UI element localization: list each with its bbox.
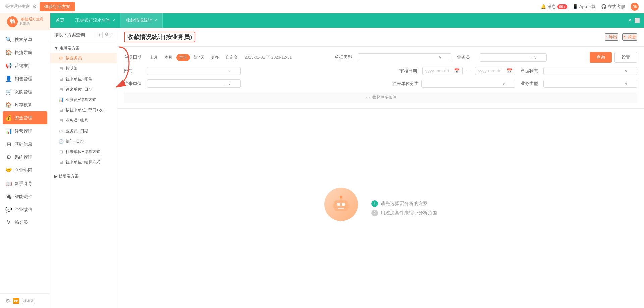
- scheme-settings-icon[interactable]: ⚙: [105, 32, 109, 38]
- scheme-item-dept-date[interactable]: 🕐 部门+日期: [50, 136, 117, 147]
- sidebar-item-system[interactable]: ⚙ 系统管理: [0, 151, 50, 164]
- tab-bank-flow-close[interactable]: ×: [112, 18, 115, 23]
- scheme-item-partner-settle1[interactable]: ⊞ 往来单位+结算方式: [50, 147, 117, 157]
- sidebar-item-label: 营销推广: [15, 63, 32, 69]
- tab-home[interactable]: 首页: [50, 13, 70, 28]
- inventory-icon: 🏠: [5, 102, 12, 108]
- sidebar: 畅 畅捷通好生意 标准版 🔍 搜索菜单 🏠 快捷导航 📢 营销推广 👤: [0, 13, 50, 308]
- app-download-button[interactable]: 📱 App下载: [573, 4, 596, 10]
- window-close-icon[interactable]: ×: [628, 17, 632, 24]
- sidebar-item-hardware[interactable]: 🔌 智能硬件: [0, 190, 50, 203]
- scheme-item-label: 按往来单位+部门+收...: [66, 107, 106, 113]
- messages-badge: 99+: [557, 4, 567, 9]
- calendar-icon-end[interactable]: 📅: [507, 68, 512, 73]
- sidebar-item-operation[interactable]: 📊 经营管理: [0, 124, 50, 138]
- sidebar-item-member[interactable]: V 畅会员: [0, 216, 50, 229]
- empty-tip-1: 1 请先选择要分析的方案: [371, 200, 437, 207]
- sidebar-item-basic[interactable]: ⊟ 基础信息: [0, 138, 50, 151]
- sidebar-item-sales[interactable]: 👤 销售管理: [0, 72, 50, 85]
- scheme-item-partner-dept[interactable]: ⊟ 按往来单位+部门+收...: [50, 105, 117, 115]
- tip-text-2: 用过滤条件来缩小分析范围: [381, 210, 437, 216]
- bell-icon: 🔔: [541, 4, 546, 9]
- sidebar-item-purchase[interactable]: 🛒 采购管理: [0, 85, 50, 98]
- date-tab-last-month[interactable]: 上月: [147, 54, 160, 61]
- review-date-end[interactable]: yyyy-mm-dd 📅: [475, 67, 515, 75]
- online-service-button[interactable]: 🎧 在线客服: [601, 4, 625, 10]
- tab-receipt-stats[interactable]: 收款情况统计 ×: [121, 13, 163, 28]
- doc-type-select[interactable]: ∨: [358, 53, 451, 61]
- more-icon[interactable]: ···: [529, 55, 533, 60]
- sidebar-item-guide[interactable]: 📖 新手引导: [0, 177, 50, 190]
- doc-type-chevron: ∨: [439, 55, 442, 60]
- home-icon: 🏠: [5, 49, 12, 56]
- scheme-item-partner-date[interactable]: ⊟ 往来单位+日期: [50, 84, 117, 95]
- tab-receipt-stats-close[interactable]: ×: [154, 18, 157, 23]
- sidebar-item-finance[interactable]: 💰 资金管理: [3, 111, 47, 124]
- sidebar-item-inventory[interactable]: 🏠 库存核算: [0, 98, 50, 111]
- scheme-item-sales-settle[interactable]: 📊 业务员+结算方式: [50, 95, 117, 105]
- date-tab-more[interactable]: 更多: [208, 54, 222, 61]
- refresh-button[interactable]: ↻ 刷新: [622, 33, 637, 41]
- left-panel-title: 按以下方案查询: [54, 32, 85, 38]
- salesperson-select[interactable]: ··· ∨: [480, 53, 547, 62]
- dept-chevron: ∨: [228, 69, 231, 73]
- biz-type-select[interactable]: ∨: [543, 80, 637, 88]
- window-maximize-icon[interactable]: ⬜: [634, 18, 640, 23]
- collapse-bar[interactable]: ∧∧ 收起更多条件: [124, 92, 637, 103]
- scheme-item-partner-settle2[interactable]: ⊟ 往来单位+结算方式: [50, 157, 117, 167]
- scheme-item-label: 往来单位+结算方式: [66, 149, 100, 155]
- doc-status-chevron: ∨: [625, 69, 628, 73]
- tab-bank-flow[interactable]: 现金银行流水查询 ×: [70, 13, 121, 28]
- sidebar-nav: 🔍 搜索菜单 🏠 快捷导航 📢 营销推广 👤 销售管理 🛒 采购管理 🏠: [0, 30, 50, 293]
- settings-gear-icon[interactable]: ⚙: [32, 3, 37, 10]
- calendar-icon-start[interactable]: 📅: [454, 68, 460, 73]
- collapse-icon: ∧∧: [365, 95, 371, 100]
- sidebar-logo: 畅 畅捷通好生意 标准版: [0, 13, 50, 30]
- date-tab-this-year[interactable]: 本年: [176, 54, 190, 61]
- scheme-item-salesperson[interactable]: ⚙ 按业务员: [50, 53, 117, 63]
- scheme-group-desktop-content: ⚙ 按业务员 ⊞ 按明细 ⊟ 往来单位+账号 ⊟: [50, 53, 117, 167]
- scheme-item-detail[interactable]: ⊞ 按明细: [50, 63, 117, 74]
- scheme-group-desktop[interactable]: ▼ 电脑端方案: [50, 43, 117, 53]
- sidebar-item-search[interactable]: 🔍 搜索菜单: [0, 33, 50, 46]
- trial-button[interactable]: 体验行业方案: [40, 2, 75, 11]
- scheme-item-sales-date[interactable]: ⚙ 业务员+日期: [50, 126, 117, 136]
- partner-more-icon[interactable]: ···: [223, 81, 227, 86]
- sidebar-item-marketing[interactable]: 📢 营销推广: [0, 59, 50, 72]
- date-tab-this-month[interactable]: 本月: [162, 54, 175, 61]
- scheme-group-mobile[interactable]: ▶ 移动端方案: [50, 171, 117, 181]
- content-area: 首页 现金银行流水查询 × 收款情况统计 × × ⬜ 按以下方案查询: [50, 13, 644, 308]
- filter-dept-item: 部门 ∨: [124, 67, 241, 75]
- filter-partner-item: 往来单位 ··· ∨: [124, 79, 241, 88]
- messages-button[interactable]: 🔔 消息 99+: [541, 4, 567, 10]
- sidebar-item-nav[interactable]: 🏠 快捷导航: [0, 46, 50, 59]
- scheme-group-arrow: ▼: [54, 46, 58, 51]
- finance-icon: 💰: [5, 115, 12, 121]
- main-layout: 畅 畅捷通好生意 标准版 🔍 搜索菜单 🏠 快捷导航 📢 营销推广 👤: [0, 0, 644, 308]
- query-button[interactable]: 查询: [590, 52, 612, 63]
- user-avatar[interactable]: Rit: [631, 3, 639, 11]
- left-panel-header: 按以下方案查询 + ⚙ «: [50, 28, 117, 41]
- sidebar-item-enterprise[interactable]: 🤝 企业协同: [0, 164, 50, 177]
- partner-select[interactable]: ··· ∨: [147, 79, 241, 88]
- review-date-start[interactable]: yyyy-mm-dd 📅: [422, 67, 463, 75]
- add-scheme-icon[interactable]: +: [96, 32, 102, 38]
- sidebar-item-label: 基础信息: [15, 141, 32, 147]
- left-panel: 按以下方案查询 + ⚙ « ▼ 电脑端方案 ⚙: [50, 28, 117, 308]
- sidebar-item-wechat[interactable]: 💬 企业微信: [0, 203, 50, 216]
- dept-select[interactable]: ∨: [147, 67, 241, 75]
- settings-bottom-icon[interactable]: ⚙: [5, 298, 10, 304]
- date-tab-7days[interactable]: 近7天: [191, 54, 207, 61]
- date-tab-custom[interactable]: 自定义: [223, 54, 240, 61]
- export-button[interactable]: ↑ 导出: [605, 33, 619, 41]
- scheme-section-mobile: ▶ 移动端方案: [50, 169, 117, 183]
- download-icon: 📱: [573, 4, 578, 9]
- doc-status-select[interactable]: ∨: [543, 67, 637, 75]
- scheme-item-partner-acct[interactable]: ⊟ 往来单位+账号: [50, 74, 117, 84]
- partner-category-select[interactable]: ∨: [421, 80, 515, 88]
- tab-home-label: 首页: [56, 17, 64, 23]
- set-button[interactable]: 设置: [614, 52, 637, 63]
- collapse-sidebar-icon[interactable]: ⏩: [13, 298, 19, 304]
- collapse-panel-icon[interactable]: «: [111, 32, 113, 38]
- scheme-item-sales-acct[interactable]: ⊟ 业务员+账号: [50, 115, 117, 126]
